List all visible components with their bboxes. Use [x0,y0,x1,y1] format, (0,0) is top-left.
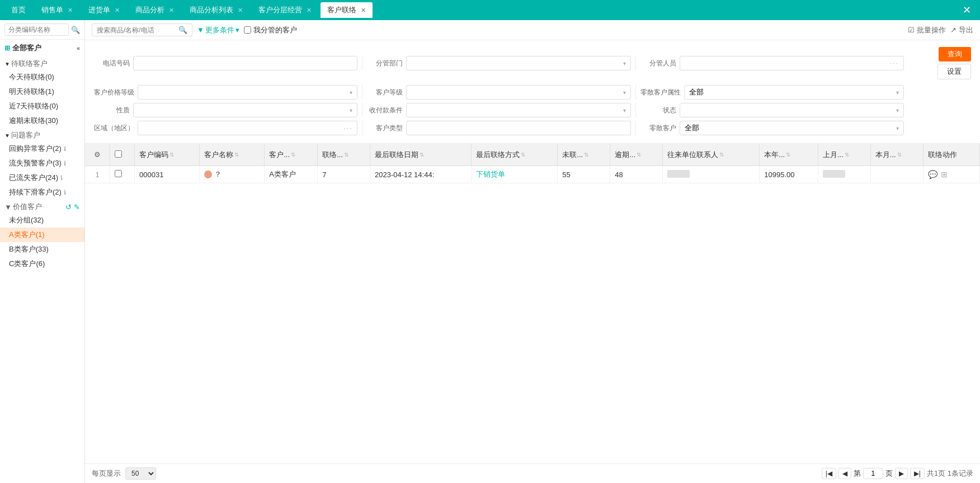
row-no-contact-days: 55 [558,166,610,183]
window-close-button[interactable]: ✕ [958,4,976,16]
nature-input[interactable]: ▾ [133,103,357,117]
col-no-contact-days-label: 未联... [562,150,583,160]
row-checkbox-cell[interactable] [110,166,135,183]
sidebar-overdue-contact[interactable]: 逾期未联络(30) [0,113,84,128]
row-checkbox[interactable] [115,170,122,177]
sidebar-class-c[interactable]: C类客户(6) [0,257,84,271]
col-last-contact-method-label: 最后联络方式 [476,150,520,160]
sidebar-continuing-decline[interactable]: 持续下滑客户(2) ℹ [0,185,84,200]
col-this-year[interactable]: 本年... ⇅ [760,144,818,166]
unit-contact-placeholder [667,170,690,178]
col-code-label: 客户编码 [139,150,168,160]
next-page-button[interactable]: ▶ [895,468,908,479]
retail-customer-input[interactable]: 全部▾ [680,121,904,135]
last-page-button[interactable]: ▶| [910,468,925,479]
sidebar-repeat-abnormal[interactable]: 回购异常客户(2) ℹ [0,141,84,156]
sidebar-problem-customers-group[interactable]: ▼ 问题客户 [0,128,84,141]
col-gear[interactable]: ⚙ [85,144,110,166]
col-last-contact-date[interactable]: 最后联络日期 ⇅ [370,144,472,166]
col-level[interactable]: 客户... ⇅ [265,144,318,166]
table-settings-icon[interactable]: ⚙ [89,147,105,162]
price-level-input[interactable]: ▾ [138,85,357,100]
prev-page-button[interactable]: ◀ [838,468,851,479]
close-product-analysis-list-tab[interactable]: ✕ [238,7,243,14]
first-page-button[interactable]: |◀ [822,468,836,479]
filter-search-icon[interactable]: 🔍 [178,26,187,34]
sidebar-already-lost[interactable]: 已流失客户(24) ℹ [0,171,84,185]
staff-input[interactable]: ··· [680,56,904,70]
close-customer-segment-tab[interactable]: ✕ [307,7,312,14]
filter-my-customers-checkbox[interactable] [244,26,251,34]
page-input[interactable] [863,468,883,479]
retail-attr-input[interactable]: 全部▾ [684,85,904,100]
sidebar-class-a[interactable]: A类客户(1) [0,228,84,242]
per-page-select[interactable]: 50 100 200 [125,467,156,480]
col-overdue-days[interactable]: 逾期... ⇅ [610,144,663,166]
tab-purchase[interactable]: 进货单 ✕ [82,2,126,18]
close-purchase-tab[interactable]: ✕ [115,7,120,14]
col-unit-contact-label: 往来单位联系人 [667,150,718,160]
status-label: 状态 [640,106,676,115]
col-contact-count[interactable]: 联络... ⇅ [318,144,370,166]
pagination: |◀ ◀ 第 页 ▶ ▶| 共1页 1条记录 [822,468,973,479]
filter-dropdown-arrow: ▾ [235,26,239,34]
sidebar-today-pending[interactable]: 今天待联络(0) [0,70,84,84]
triangle-icon: ▼ [4,61,10,67]
chat-action-icon[interactable]: 💬 [928,170,937,179]
region-input[interactable]: ··· [138,121,357,135]
close-sales-tab[interactable]: ✕ [68,7,73,14]
filter-batch-ops[interactable]: ☑ 批量操作 [908,25,946,35]
settings-button[interactable]: 设置 [937,64,971,79]
region-filter-cell: 区域（地区） ··· [94,121,357,135]
customer-level-input[interactable]: ▾ [406,85,630,100]
value-refresh-icon[interactable]: ↺ [65,203,72,211]
sidebar-search-icon[interactable]: 🔍 [71,26,80,34]
adv-filter-row-2: 客户价格等级 ▾ 客户等级 ▾ 零散客户属性 全部▾ [94,85,971,100]
close-customer-contact-tab[interactable]: ✕ [361,7,366,14]
tab-product-analysis[interactable]: 商品分析 ✕ [129,2,181,18]
query-button[interactable]: 查询 [939,47,971,61]
col-no-contact-days[interactable]: 未联... ⇅ [558,144,610,166]
sidebar-week-pending[interactable]: 近7天待联络(0) [0,99,84,113]
table-row: 1 000031 ？ A类客户 [85,166,980,183]
row-last-contact-method[interactable]: 下销货单 [472,166,558,183]
sidebar-lost-prediction[interactable]: 流失预警客户(3) ℹ [0,156,84,171]
col-name-label: 客户名称 [204,150,233,160]
top-nav: 首页 销售单 ✕ 进货单 ✕ 商品分析 ✕ 商品分析列表 ✕ 客户分层经营 ✕ … [0,0,980,20]
sidebar-pending-contact-group[interactable]: ▼ 待联络客户 [0,56,84,70]
payment-input[interactable]: ▾ [406,103,630,117]
col-this-month[interactable]: 本月... ⇅ [870,144,923,166]
sidebar-search-input[interactable] [4,23,69,36]
status-input[interactable]: ▾ [680,103,904,117]
nav-home[interactable]: 首页 [4,5,32,15]
sidebar-all-customers[interactable]: ⊞ 全部客户 « [0,40,84,56]
sidebar-class-b[interactable]: B类客户(33) [0,242,84,257]
phone-input[interactable] [133,56,357,70]
col-checkbox[interactable] [110,144,135,166]
sidebar-tomorrow-pending[interactable]: 明天待联络(1) [0,84,84,99]
col-last-contact-method[interactable]: 最后联络方式 ⇅ [472,144,558,166]
col-unit-contact[interactable]: 往来单位联系人 ⇅ [662,144,759,166]
tab-product-analysis-list[interactable]: 商品分析列表 ✕ [183,2,249,18]
tab-customer-contact[interactable]: 客户联络 ✕ [321,2,373,18]
col-name[interactable]: 客户名称 ⇅ [200,144,265,166]
filter-search-input[interactable] [97,26,176,34]
filter-more-conditions[interactable]: ▼ 更多条件 ▾ [197,25,239,35]
dept-input[interactable]: ▾ [406,56,630,70]
sort-last-month-icon: ⇅ [845,151,849,158]
value-edit-icon[interactable]: ✎ [74,203,80,211]
qr-action-icon[interactable]: ⊞ [941,170,948,179]
sidebar-unclassified[interactable]: 未分组(32) [0,213,84,228]
content-area: 🔍 ▼ 更多条件 ▾ 我分管的客户 ☑ 批量操作 ↗ 导出 [85,20,980,483]
filter-export[interactable]: ↗ 导出 [950,25,973,35]
select-all-checkbox[interactable] [115,150,122,158]
col-actions: 联络动作 [923,144,979,166]
customer-color-dot [204,171,212,178]
close-product-analysis-tab[interactable]: ✕ [169,7,174,14]
customer-type-input[interactable] [406,121,630,135]
col-code[interactable]: 客户编码 ⇅ [135,144,200,166]
tab-customer-segment[interactable]: 客户分层经营 ✕ [252,2,318,18]
col-last-month[interactable]: 上月... ⇅ [818,144,870,166]
tab-sales[interactable]: 销售单 ✕ [35,2,79,18]
filter-icon: ▼ [197,26,204,34]
